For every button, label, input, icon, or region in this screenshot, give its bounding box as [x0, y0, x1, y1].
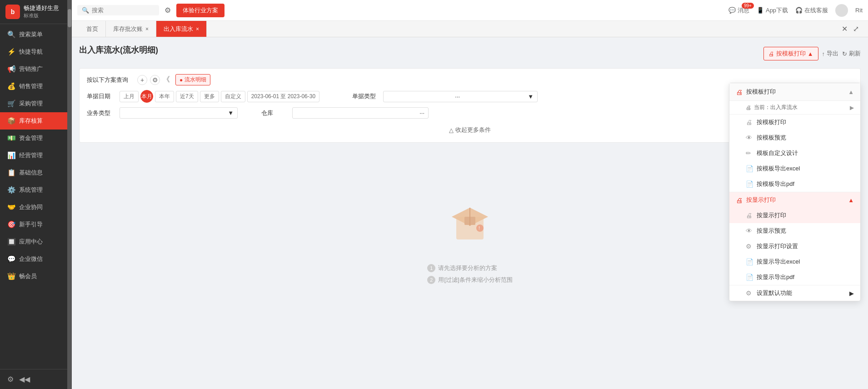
dropdown-panel: 🖨 按模板打印 ▲ 🖨 当前：出入库流水 ▶ 🖨 按模板打印 👁 按模板预览: [729, 83, 861, 301]
message-button[interactable]: 💬 消息 99+: [728, 6, 749, 15]
display-section-icon: 🖨: [736, 196, 743, 204]
empty-box-svg: !: [447, 201, 493, 246]
dropdown-item-display-settings[interactable]: ⚙ 按显示打印设置: [729, 239, 860, 254]
industry-button[interactable]: 体验行业方案: [176, 4, 224, 17]
dropdown-header[interactable]: 🖨 按模板打印 ▲: [729, 83, 860, 101]
refresh-button[interactable]: ↻ 刷新: [842, 50, 861, 58]
biz-type-label: 业务类型: [87, 109, 114, 117]
date-btn-this-year[interactable]: 本年: [155, 91, 174, 102]
voucher-type-field[interactable]: ··· ▼: [383, 91, 538, 102]
sidebar-item-operations[interactable]: 📊 经营管理: [0, 147, 67, 164]
sidebar-item-finance[interactable]: 💵 资金管理: [0, 130, 67, 147]
logo-area: b 畅捷通好生意 标准版: [0, 0, 67, 24]
biz-type-field[interactable]: ▼: [120, 107, 238, 119]
display-print-icon: 🖨: [746, 212, 753, 219]
sidebar-item-quick-nav[interactable]: ⚡ 快捷导航: [0, 43, 67, 60]
dropdown-item-template-preview[interactable]: 👁 按模板预览: [729, 130, 860, 145]
set-default-arrow-icon: ▶: [849, 290, 854, 297]
sidebar: b 畅捷通好生意 标准版 🔍 搜索菜单 ⚡ 快捷导航 📢 营销推广 💰 销售管理…: [0, 0, 67, 389]
dropdown-item-display-print[interactable]: 🖨 按显示打印: [729, 208, 860, 223]
maximize-window-icon[interactable]: ⤢: [851, 23, 861, 35]
tabbar: 首页 库存批次账 × 出入库流水 × ✕ ⤢: [72, 21, 868, 37]
filter-tag-icon: ●: [180, 77, 183, 83]
date-btn-more[interactable]: 更多: [200, 91, 219, 102]
template-custom-icon: ✏: [746, 150, 753, 157]
logo-icon: b: [5, 5, 20, 19]
sidebar-item-wechat[interactable]: 💬 企业微信: [0, 250, 67, 268]
dropdown-header-arrow-icon[interactable]: ▲: [848, 89, 854, 95]
filter-set-button[interactable]: ⚙: [150, 75, 160, 85]
template-pdf-icon: 📄: [746, 180, 753, 188]
export-icon: ↑: [822, 50, 825, 57]
warehouse-label: 仓库: [261, 109, 289, 117]
date-filter-label: 单据日期: [87, 92, 114, 100]
service-icon: 🎧: [795, 7, 803, 14]
display-section-header[interactable]: 🖨 按显示打印 ▲: [729, 192, 860, 208]
logo-name: 畅捷通好生意: [24, 5, 59, 12]
tab-home[interactable]: 首页: [79, 21, 106, 37]
sidebar-item-purchase[interactable]: 🛒 采购管理: [0, 95, 67, 112]
template-preview-icon: 👁: [746, 134, 753, 141]
voucher-type-dropdown-icon: ▼: [528, 93, 534, 100]
empty-tips: 1 请先选择要分析的方案 2 用[过滤]条件来缩小分析范围: [427, 264, 512, 288]
dropdown-item-template-pdf[interactable]: 📄 按模板导出pdf: [729, 176, 860, 192]
template-print-icon: 🖨: [746, 119, 753, 126]
date-btn-this-month[interactable]: 本月: [140, 90, 153, 103]
dropdown-item-template-custom[interactable]: ✏ 模板自定义设计: [729, 145, 860, 161]
warehouse-field[interactable]: ···: [292, 107, 429, 119]
dropdown-item-template-excel[interactable]: 📄 按模板导出excel: [729, 161, 860, 176]
dropdown-item-display-excel[interactable]: 📄 按显示导出excel: [729, 254, 860, 269]
online-service-button[interactable]: 🎧 在线客服: [795, 6, 828, 15]
search-box[interactable]: 🔍: [77, 5, 159, 15]
collapse-footer-icon[interactable]: ◀◀: [19, 375, 30, 384]
print-template-button[interactable]: 🖨 按模板打印 ▲: [763, 47, 818, 60]
dropdown-current-item: 🖨 当前：出入库流水 ▶: [729, 101, 860, 114]
search-icon: 🔍: [7, 30, 15, 39]
tab-batch-close-icon[interactable]: ×: [145, 26, 149, 32]
date-btn-last-month[interactable]: 上月: [120, 91, 139, 102]
phone-icon: 📱: [757, 7, 764, 14]
date-btn-7days[interactable]: 近7天: [176, 91, 198, 102]
dropdown-item-display-pdf[interactable]: 📄 按显示导出pdf: [729, 269, 860, 285]
svg-text:!: !: [479, 226, 480, 231]
sidebar-scrollbar[interactable]: [67, 0, 72, 389]
search-input[interactable]: [92, 7, 146, 14]
tab-flow-close-icon[interactable]: ×: [196, 26, 199, 32]
dropdown-item-template-print[interactable]: 🖨 按模板打印: [729, 115, 860, 130]
filter-tag[interactable]: ● 流水明细: [175, 74, 210, 85]
export-button[interactable]: ↑ 导出: [822, 50, 839, 58]
sidebar-item-app-center[interactable]: 🔲 应用中心: [0, 233, 67, 250]
empty-tip-2: 2 用[过滤]条件来缩小分析范围: [427, 276, 512, 284]
sidebar-footer: ⚙ ◀◀: [0, 369, 67, 389]
topbar-gear-icon[interactable]: ⚙: [163, 4, 173, 16]
dropdown-set-default[interactable]: ⚙ 设置默认功能 ▶: [729, 285, 860, 301]
dropdown-item-display-preview[interactable]: 👁 按显示预览: [729, 223, 860, 239]
sidebar-item-marketing[interactable]: 📢 营销推广: [0, 60, 67, 78]
sidebar-item-guide[interactable]: 🎯 新手引导: [0, 216, 67, 233]
filter-collapse-icon[interactable]: 《: [163, 75, 170, 85]
template-excel-icon: 📄: [746, 165, 753, 172]
filter-add-button[interactable]: +: [137, 75, 147, 85]
sidebar-item-sales[interactable]: 💰 销售管理: [0, 78, 67, 95]
sidebar-item-collab[interactable]: 🤝 企业协同: [0, 199, 67, 216]
close-window-icon[interactable]: ✕: [840, 23, 849, 35]
avatar[interactable]: [835, 4, 848, 17]
settings-footer-icon[interactable]: ⚙: [7, 375, 14, 384]
display-excel-icon: 📄: [746, 258, 753, 265]
sidebar-item-member[interactable]: 👑 畅会员: [0, 268, 67, 285]
date-range-display[interactable]: 2023-06-01 至 2023-06-30: [247, 91, 319, 102]
sidebar-item-inventory[interactable]: 📦 库存核算: [0, 112, 67, 130]
date-btn-custom[interactable]: 自定义: [221, 91, 245, 102]
system-icon: ⚙️: [7, 186, 15, 194]
member-icon: 👑: [7, 272, 15, 280]
content-area: 出入库流水(流水明细) 🖨 按模板打印 ▲ ↑ 导出 ↻ 刷新: [72, 37, 868, 389]
tab-flow[interactable]: 出入库流水 ×: [156, 21, 207, 37]
tab-batch-account[interactable]: 库存批次账 ×: [106, 21, 156, 37]
display-pdf-icon: 📄: [746, 274, 753, 281]
sidebar-item-basic[interactable]: 📋 基础信息: [0, 164, 67, 181]
sidebar-item-system[interactable]: ⚙️ 系统管理: [0, 181, 67, 199]
print-icon: 🖨: [768, 50, 774, 57]
svg-point-4: [476, 224, 484, 232]
app-download-button[interactable]: 📱 App下载: [757, 6, 788, 15]
sidebar-item-search[interactable]: 🔍 搜索菜单: [0, 26, 67, 43]
